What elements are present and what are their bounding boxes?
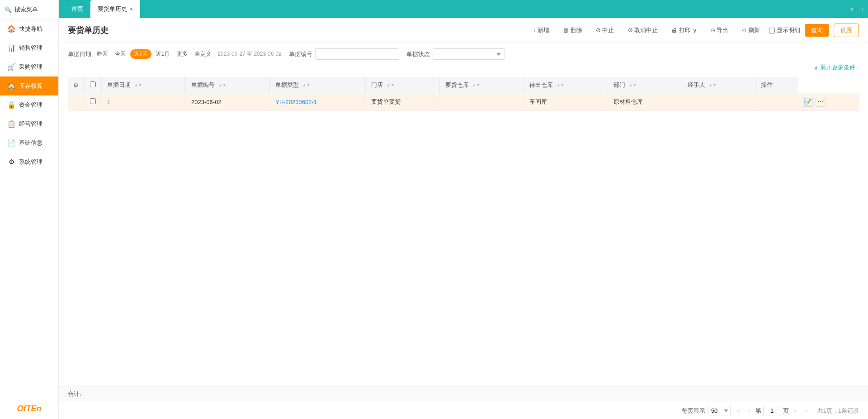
tab-close-icon[interactable]: × bbox=[130, 6, 133, 12]
topbar-maximize-btn[interactable]: □ bbox=[859, 6, 863, 13]
last-page-button[interactable]: » bbox=[801, 406, 810, 415]
doc-status-select[interactable] bbox=[433, 48, 505, 60]
sidebar-item-label: 快捷导航 bbox=[19, 25, 42, 33]
expand-more-button[interactable]: ∨ 展开更多条件 bbox=[810, 62, 859, 73]
topbar-close-btn[interactable]: × bbox=[850, 6, 854, 13]
page-title: 要货单历史 bbox=[68, 25, 528, 36]
next-page-button[interactable]: > bbox=[791, 406, 800, 415]
per-page-group: 每页显示 50 10 20 100 bbox=[682, 406, 731, 415]
sort-icon: ▲▼ bbox=[387, 83, 395, 87]
col-checkbox[interactable] bbox=[85, 77, 102, 93]
settings-button[interactable]: 设置 bbox=[834, 24, 859, 37]
doc-number-link[interactable]: YH-20230602-1 bbox=[275, 99, 317, 105]
display-detail-label: 显示明细 bbox=[777, 26, 800, 34]
sidebar-item-basic[interactable]: 📄 基础信息 bbox=[0, 133, 58, 152]
sidebar-item-label: 库存核算 bbox=[19, 82, 42, 90]
data-table: ⚙ 单据日期 ▲▼ 单据编号 ▲▼ 单据类型 bbox=[68, 77, 859, 111]
chart-icon: 📊 bbox=[7, 44, 15, 52]
display-detail-toggle[interactable]: 显示明细 bbox=[769, 26, 800, 34]
toolbar: + 新增 🗑 删除 ⊘ 中止 ⊘ 取消中止 🖨 打印 ∨ ⊙ 导出 ⊙ 刷新 显… bbox=[528, 24, 859, 37]
sidebar-item-system[interactable]: ⚙ 系统管理 bbox=[0, 152, 58, 171]
print-label: 🖨 打印 bbox=[671, 26, 691, 34]
col-department[interactable]: 部门 ▲▼ bbox=[608, 77, 682, 93]
cell-store bbox=[439, 93, 524, 111]
sidebar-item-shortcut[interactable]: 🏠 快捷导航 bbox=[0, 19, 58, 38]
col-doc-number[interactable]: 单据编号 ▲▼ bbox=[186, 77, 270, 93]
pagination: 每页显示 50 10 20 100 « < 第 页 > » 共1页，1条记录 bbox=[59, 402, 868, 419]
doc-number-label: 单据编号 bbox=[289, 50, 312, 58]
display-detail-checkbox[interactable] bbox=[769, 28, 775, 33]
export-button[interactable]: ⊙ 导出 bbox=[706, 24, 733, 37]
date-btn-custom[interactable]: 自定义 bbox=[192, 49, 214, 59]
topbar-right: × □ bbox=[850, 6, 863, 13]
page-nav: « < 第 页 > » bbox=[734, 406, 810, 415]
col-pending-warehouse[interactable]: 待出仓库 ▲▼ bbox=[524, 77, 608, 93]
col-handler[interactable]: 经手人 ▲▼ bbox=[682, 77, 755, 93]
col-doc-type[interactable]: 单据类型 ▲▼ bbox=[270, 77, 366, 93]
edit-action-icon[interactable]: 📝 bbox=[803, 97, 813, 107]
footer-summary: 合计: bbox=[59, 386, 868, 402]
clipboard-icon: 📋 bbox=[7, 120, 15, 128]
filter-row-1: 单据日期 昨天 今天 近7天 近1月 更多 自定义 2023-05-27 至 2… bbox=[68, 48, 859, 60]
date-btn-last7days[interactable]: 近7天 bbox=[130, 49, 151, 59]
table-header-row: ⚙ 单据日期 ▲▼ 单据编号 ▲▼ 单据类型 bbox=[68, 77, 859, 93]
refresh-button[interactable]: ⊙ 刷新 bbox=[737, 24, 764, 37]
sidebar-item-purchase[interactable]: 🛒 采购管理 bbox=[0, 57, 58, 76]
col-doc-date[interactable]: 单据日期 ▲▼ bbox=[102, 77, 186, 93]
tab-home-label: 首页 bbox=[71, 5, 83, 13]
expand-more-icon: ∨ bbox=[814, 64, 818, 71]
doc-number-filter: 单据编号 bbox=[289, 48, 399, 60]
main-area: 首页 要货单历史 × × □ 要货单历史 + 新增 🗑 删除 ⊘ 中止 ⊘ 取消… bbox=[59, 0, 868, 419]
content: 要货单历史 + 新增 🗑 删除 ⊘ 中止 ⊘ 取消中止 🖨 打印 ∨ ⊙ 导出 … bbox=[59, 18, 868, 419]
col-req-warehouse[interactable]: 要货仓库 ▲▼ bbox=[439, 77, 524, 93]
tab-active[interactable]: 要货单历史 × bbox=[90, 0, 140, 18]
doc-number-input[interactable] bbox=[315, 48, 399, 60]
more-action-icon[interactable]: ⋯ bbox=[816, 97, 826, 107]
footer-total-label: 合计: bbox=[68, 390, 81, 398]
sidebar-item-label: 销售管理 bbox=[19, 44, 42, 52]
sort-icon: ▲▼ bbox=[557, 83, 565, 87]
page-input[interactable] bbox=[763, 406, 781, 415]
date-btn-today[interactable]: 今天 bbox=[112, 49, 128, 59]
tab-active-label: 要货单历史 bbox=[98, 5, 127, 13]
sidebar: 🔍 搜索菜单 🏠 快捷导航 📊 销售管理 🛒 采购管理 🏠 库存核算 🔒 资金管… bbox=[0, 0, 59, 419]
date-btn-last-month[interactable]: 近1月 bbox=[153, 49, 173, 59]
sidebar-item-operation[interactable]: 📋 经营管理 bbox=[0, 114, 58, 133]
select-all-checkbox[interactable] bbox=[90, 81, 96, 87]
table-area: ⚙ 单据日期 ▲▼ 单据编号 ▲▼ 单据类型 bbox=[59, 77, 868, 386]
first-page-button[interactable]: « bbox=[734, 406, 743, 415]
sort-icon: ▲▼ bbox=[472, 83, 480, 87]
cell-action: 📝 ⋯ bbox=[797, 93, 859, 111]
delete-button[interactable]: 🗑 删除 bbox=[558, 24, 587, 37]
sidebar-item-sales[interactable]: 📊 销售管理 bbox=[0, 38, 58, 57]
home-icon: 🏠 bbox=[7, 25, 15, 33]
print-arrow: ∨ bbox=[693, 27, 697, 34]
sidebar-item-label: 系统管理 bbox=[19, 158, 42, 166]
cell-checkbox[interactable] bbox=[85, 93, 102, 111]
date-btn-yesterday[interactable]: 昨天 bbox=[94, 49, 110, 59]
query-button[interactable]: 查询 bbox=[805, 24, 829, 37]
col-store[interactable]: 门店 ▲▼ bbox=[366, 77, 439, 93]
sidebar-item-label: 资金管理 bbox=[19, 101, 42, 109]
per-page-label: 每页显示 bbox=[682, 407, 705, 415]
per-page-select[interactable]: 50 10 20 100 bbox=[708, 406, 731, 415]
gear-icon: ⚙ bbox=[7, 158, 15, 166]
cell-doc-type: 要货单要货 bbox=[366, 93, 439, 111]
tab-home[interactable]: 首页 bbox=[64, 0, 90, 18]
cancel-stop-button[interactable]: ⊘ 取消中止 bbox=[623, 24, 663, 37]
cell-handler bbox=[755, 93, 797, 111]
new-button[interactable]: + 新增 bbox=[528, 24, 554, 37]
sidebar-item-finance[interactable]: 🔒 资金管理 bbox=[0, 95, 58, 114]
sort-icon: ▲▼ bbox=[302, 83, 311, 87]
sidebar-search[interactable]: 🔍 搜索菜单 bbox=[0, 0, 58, 19]
row-checkbox[interactable] bbox=[90, 98, 96, 104]
document-icon: 📄 bbox=[7, 139, 15, 147]
print-button[interactable]: 🖨 打印 ∨ bbox=[667, 24, 702, 37]
table-row: 1 2023-06-02 YH-20230602-1 要货单要货 车间库 原材料… bbox=[68, 93, 859, 111]
col-settings[interactable]: ⚙ bbox=[68, 77, 85, 93]
sidebar-item-inventory[interactable]: 🏠 库存核算 bbox=[0, 76, 58, 95]
date-btn-more[interactable]: 更多 bbox=[174, 49, 190, 59]
sort-icon: ▲▼ bbox=[629, 83, 637, 87]
stop-button[interactable]: ⊘ 中止 bbox=[591, 24, 619, 37]
prev-page-button[interactable]: < bbox=[745, 406, 754, 415]
